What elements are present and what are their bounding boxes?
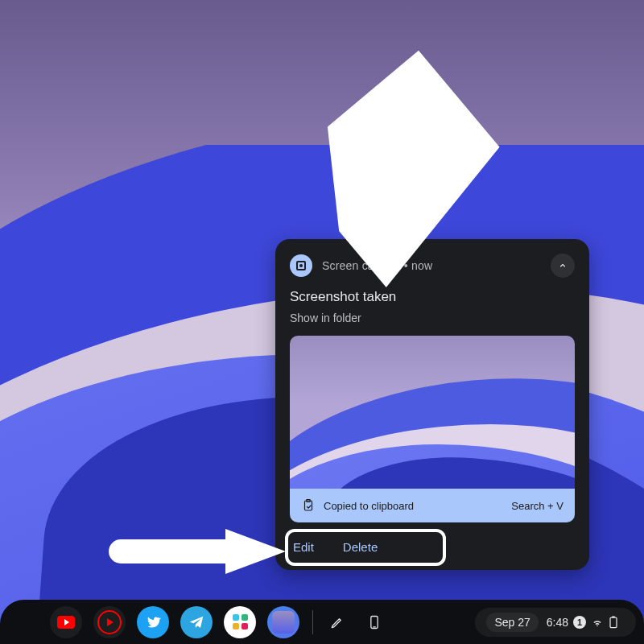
- telegram-app-icon[interactable]: [180, 606, 213, 638]
- desktop-wallpaper: Screen capture • now Screenshot taken Sh…: [0, 0, 644, 644]
- collapse-notification-button[interactable]: [551, 254, 575, 278]
- smartphone-icon: [366, 614, 382, 630]
- svg-rect-9: [612, 616, 615, 617]
- notification-source-label: Screen capture • now: [322, 259, 432, 272]
- clipboard-status-bar: Copied to clipboard Search + V: [290, 489, 575, 522]
- chevron-up-icon: [558, 261, 568, 270]
- show-in-folder-link[interactable]: Show in folder: [290, 312, 575, 324]
- svg-rect-8: [610, 617, 617, 627]
- notification-actions: Edit Delete: [290, 532, 575, 559]
- twitter-bird-icon: [145, 614, 161, 630]
- screenshot-thumbnail: [290, 336, 575, 489]
- screenshot-thumbnail-container[interactable]: Copied to clipboard Search + V: [290, 336, 575, 522]
- twitter-app-icon[interactable]: [137, 606, 169, 638]
- notification-title: Screenshot taken: [290, 289, 575, 305]
- time-label: 6:48: [547, 616, 568, 629]
- clipboard-icon: [301, 498, 316, 513]
- delete-button[interactable]: Delete: [340, 532, 395, 559]
- keyboard-shortcut-label: Search + V: [511, 500, 564, 512]
- screenshot-notification-card[interactable]: Screen capture • now Screenshot taken Sh…: [275, 239, 589, 570]
- recent-screenshot-preview-icon[interactable]: [267, 606, 299, 638]
- telegram-plane-icon: [188, 613, 205, 631]
- pen-icon: [329, 614, 345, 630]
- notification-header: Screen capture • now: [290, 254, 575, 278]
- youtube-app-icon[interactable]: [50, 606, 82, 638]
- system-status-tray[interactable]: Sep 27 6:48 1: [475, 608, 636, 637]
- taskbar-shelf: Sep 27 6:48 1: [0, 600, 644, 644]
- screen-capture-app-icon: [290, 254, 312, 277]
- wifi-icon: [591, 616, 604, 629]
- battery-icon: [609, 616, 618, 629]
- edit-button[interactable]: Edit: [290, 532, 332, 559]
- clipboard-label: Copied to clipboard: [324, 500, 414, 512]
- slack-app-icon[interactable]: [224, 606, 256, 638]
- youtube-music-app-icon[interactable]: [93, 606, 126, 638]
- date-label[interactable]: Sep 27: [486, 613, 538, 632]
- stylus-tool-button[interactable]: [321, 606, 353, 638]
- phone-hub-button[interactable]: [358, 606, 390, 638]
- notification-count-badge: 1: [573, 616, 586, 629]
- shelf-divider: [312, 610, 313, 634]
